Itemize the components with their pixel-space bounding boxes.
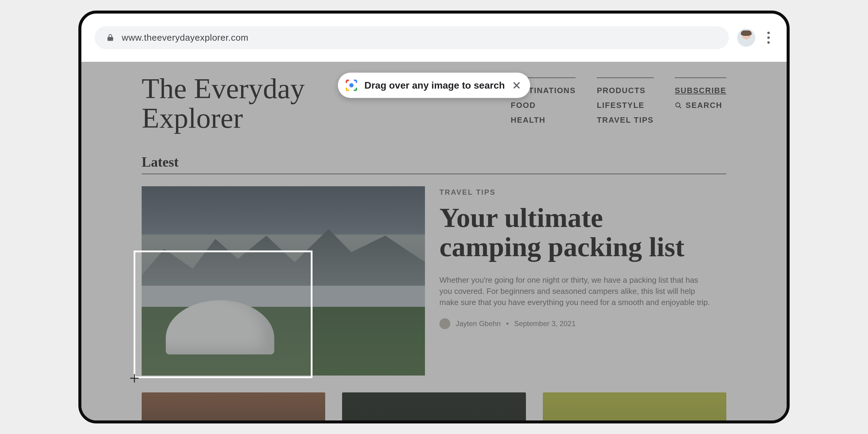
menu-kebab-button[interactable]	[764, 28, 773, 47]
lens-selection-box[interactable]	[133, 250, 313, 378]
nav-link-search[interactable]: SEARCH	[675, 101, 726, 110]
nav-column-3: SUBSCRIBE SEARCH	[675, 78, 726, 125]
featured-copy: TRAVEL TIPS Your ultimate camping packin…	[439, 186, 726, 375]
thumbnail-3[interactable]	[543, 393, 726, 424]
thumbnail-2[interactable]	[342, 393, 526, 424]
search-icon	[675, 102, 682, 109]
url-text: www.theeverydayexplorer.com	[122, 33, 248, 43]
nav-link-food[interactable]: FOOD	[511, 101, 576, 110]
browser-toolbar: www.theeverydayexplorer.com	[82, 13, 786, 62]
author-avatar	[439, 318, 450, 329]
article-headline[interactable]: Your ultimate camping packing list	[439, 203, 711, 262]
close-icon[interactable]	[512, 81, 521, 90]
site-title: The Everyday Explorer	[142, 74, 352, 133]
svg-line-1	[679, 106, 681, 108]
nav-link-health[interactable]: HEALTH	[511, 116, 576, 125]
nav-rule	[675, 78, 726, 78]
article-byline: Jayten Gbehn • September 3, 2021	[439, 318, 726, 329]
google-lens-icon	[346, 80, 357, 91]
nav-link-travel-tips[interactable]: TRAVEL TIPS	[597, 116, 654, 125]
author-name[interactable]: Jayten Gbehn	[456, 319, 501, 328]
thumbnail-1[interactable]	[142, 393, 325, 424]
nav-column-2: PRODUCTS LIFESTYLE TRAVEL TIPS	[597, 78, 654, 125]
article-dek: Whether you're going for one night or th…	[439, 275, 711, 308]
section-rule	[142, 174, 726, 174]
page-viewport: The Everyday Explorer DESTINATIONS FOOD …	[82, 62, 786, 421]
article-thumbnails	[142, 393, 726, 424]
nav-search-label: SEARCH	[686, 101, 722, 110]
profile-avatar-button[interactable]	[737, 29, 755, 47]
device-frame: www.theeverydayexplorer.com The Everyday…	[79, 10, 789, 424]
article-category[interactable]: TRAVEL TIPS	[439, 188, 726, 196]
svg-point-0	[676, 103, 680, 107]
lens-tooltip-text: Drag over any image to search	[364, 80, 505, 91]
crosshair-cursor-icon	[130, 374, 138, 382]
nav-link-products[interactable]: PRODUCTS	[597, 86, 654, 95]
lens-tooltip: Drag over any image to search	[338, 73, 530, 98]
nav-link-subscribe[interactable]: SUBSCRIBE	[675, 86, 726, 95]
nav-link-lifestyle[interactable]: LIFESTYLE	[597, 101, 654, 110]
primary-nav: DESTINATIONS FOOD HEALTH PRODUCTS LIFEST…	[511, 74, 726, 125]
section-heading-latest: Latest	[142, 154, 726, 170]
nav-rule	[597, 78, 654, 78]
lock-icon	[106, 33, 115, 42]
address-bar[interactable]: www.theeverydayexplorer.com	[95, 26, 729, 49]
byline-separator: •	[506, 319, 508, 328]
article-date: September 3, 2021	[514, 319, 576, 328]
